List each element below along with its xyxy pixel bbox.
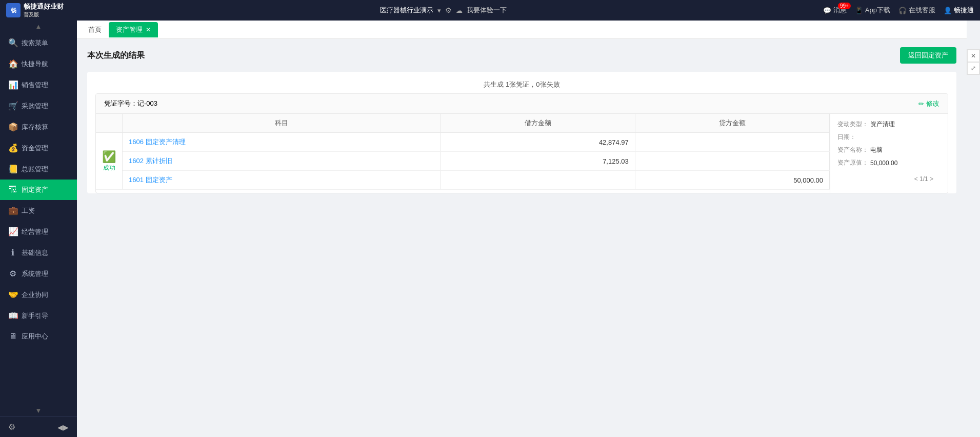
result-panel: 共生成 1张凭证，0张失败 凭证字号：记-003 ✏ 修改 (87, 72, 956, 193)
sidebar-item-search[interactable]: 🔍 搜索菜单 (0, 32, 77, 53)
pagination[interactable]: < 1/1 > (837, 171, 941, 187)
page-content: 本次生成的结果 返回固定资产 共生成 1张凭证，0张失败 凭证字号：记-003 … (77, 39, 967, 437)
subject-cell-3: 1601 固定资产 (123, 171, 441, 190)
home-icon: 🏠 (8, 59, 17, 69)
sidebar-scroll-up[interactable]: ▲ (0, 21, 77, 32)
return-button[interactable]: 返回固定资产 (900, 47, 956, 64)
subject-cell-2: 1602 累计折旧 (123, 152, 441, 171)
sidebar-item-basics[interactable]: ℹ 基础信息 (0, 242, 77, 263)
operations-icon: 📈 (8, 227, 17, 236)
user-icon: 👤 (944, 7, 952, 14)
sidebar-item-app-center[interactable]: 🖥 应用中心 (0, 326, 77, 347)
asset-name-label: 资产名称： (837, 146, 868, 154)
original-value-value: 50,000.00 (870, 160, 897, 167)
user-avatar[interactable]: 👤 畅捷通 (944, 6, 974, 15)
edit-button[interactable]: ✏ 修改 (918, 99, 939, 108)
search-icon: 🔍 (8, 38, 17, 48)
date-row: 日期： (837, 133, 941, 142)
date-label: 日期： (837, 133, 856, 142)
sidebar-item-salary[interactable]: 💼 工资 (0, 200, 77, 221)
app-download-btn[interactable]: 📱 App下载 (855, 6, 890, 15)
tab-home[interactable]: 首页 (81, 22, 109, 37)
app-logo-icon: 畅 (6, 3, 21, 17)
col-status-header (96, 114, 123, 133)
sidebar-item-fixed-assets[interactable]: 🏗 固定资产 (0, 180, 77, 200)
credit-cell-1 (635, 133, 829, 152)
col-subject-header: 科目 (123, 114, 441, 133)
sidebar-label-purchase: 采购管理 (22, 102, 48, 111)
company-name: 医疗器械行业演示 (380, 6, 433, 15)
original-value-label: 资产原值： (837, 158, 868, 167)
inventory-icon: 📦 (8, 122, 17, 132)
subject-cell-1: 1606 固定资产清理 (123, 133, 441, 152)
dropdown-arrow-icon[interactable]: ▾ (437, 7, 441, 14)
notification-badge: 99+ (838, 3, 851, 9)
sidebar-item-funds[interactable]: 💰 资金管理 (0, 137, 77, 158)
tabbar: 首页 资产管理 ✕ (77, 21, 967, 39)
right-panel-controls: ✕ ⤢ (967, 49, 980, 75)
sidebar-label-fixed-assets: 固定资产 (22, 185, 48, 194)
system-icon: ⚙ (8, 269, 17, 279)
sidebar-item-operations[interactable]: 📈 经营管理 (0, 221, 77, 242)
app-name-block: 畅捷通好业财 普及版 (24, 2, 64, 18)
page-header: 本次生成的结果 返回固定资产 (87, 47, 956, 64)
expand-panel-btn[interactable]: ⤢ (967, 62, 979, 74)
change-type-value: 资产清理 (870, 120, 895, 129)
edit-icon: ✏ (918, 100, 924, 108)
sales-icon: 📊 (8, 80, 17, 90)
sidebar-label-sales: 销售管理 (22, 81, 48, 90)
settings-gear-icon[interactable]: ⚙ (445, 6, 452, 14)
online-support-btn[interactable]: 🎧 在线客服 (898, 6, 935, 15)
sidebar-scroll-down[interactable]: ▼ (0, 405, 77, 416)
sidebar-item-system[interactable]: ⚙ 系统管理 (0, 263, 77, 284)
sidebar-item-purchase[interactable]: 🛒 采购管理 (0, 95, 77, 116)
credit-cell-3: 50,000.00 (635, 171, 829, 190)
tab-asset-mgmt-label: 资产管理 (116, 25, 143, 34)
table-row: 1602 累计折旧 7,125.03 (96, 152, 830, 171)
result-summary: 共生成 1张凭证，0张失败 (87, 72, 956, 93)
guide-icon: 📖 (8, 311, 17, 321)
original-value-row: 资产原值： 50,000.00 (837, 158, 941, 167)
app-logo: 畅 畅捷通好业财 普及版 (6, 2, 64, 18)
tab-asset-mgmt[interactable]: 资产管理 ✕ (109, 22, 158, 37)
topbar: 畅 畅捷通好业财 普及版 医疗器械行业演示 ▾ ⚙ ☁ 我要体验一下 💬 消息 … (0, 0, 980, 21)
sidebar-item-sales[interactable]: 📊 销售管理 (0, 74, 77, 95)
status-cell: ✅ 成功 (96, 133, 123, 190)
sidebar-label-system: 系统管理 (22, 269, 48, 279)
app-download-label: App下载 (865, 6, 890, 15)
online-support-label: 在线客服 (909, 6, 935, 15)
sidebar-item-guide[interactable]: 📖 新手引导 (0, 305, 77, 326)
sidebar: ▲ 🔍 搜索菜单 🏠 快捷导航 📊 销售管理 🛒 采购管理 📦 库存核算 (0, 21, 77, 437)
sidebar-label-collab: 企业协同 (22, 290, 48, 300)
change-type-label: 变动类型： (837, 120, 868, 129)
topbar-left: 畅 畅捷通好业财 普及版 (6, 2, 64, 18)
experience-btn[interactable]: 我要体验一下 (467, 6, 507, 15)
footer-collapse-icon[interactable]: ◀▶ (57, 423, 69, 431)
sidebar-item-inventory[interactable]: 📦 库存核算 (0, 116, 77, 137)
sidebar-item-collab[interactable]: 🤝 企业协同 (0, 284, 77, 305)
success-check-icon: ✅ (102, 150, 116, 164)
tab-close-icon[interactable]: ✕ (146, 26, 151, 33)
sidebar-label-app-center: 应用中心 (22, 332, 48, 341)
sidebar-item-ledger[interactable]: 📒 总账管理 (0, 158, 77, 180)
voucher-header: 凭证字号：记-003 ✏ 修改 (96, 94, 948, 114)
change-type-row: 变动类型： 资产清理 (837, 120, 941, 129)
sidebar-label-guide: 新手引导 (22, 311, 48, 321)
col-debit-header: 借方金额 (441, 114, 635, 133)
notifications-btn[interactable]: 💬 消息 99+ (823, 6, 847, 15)
debit-cell-3 (441, 171, 635, 190)
phone-icon: 📱 (855, 7, 863, 14)
close-panel-btn[interactable]: ✕ (967, 50, 979, 62)
footer-settings-icon[interactable]: ⚙ (8, 422, 15, 432)
sidebar-label-quicknav: 快捷导航 (22, 59, 48, 69)
voucher-block: 凭证字号：记-003 ✏ 修改 (95, 93, 948, 193)
col-credit-header: 贷方金额 (635, 114, 829, 133)
salary-icon: 💼 (8, 206, 17, 215)
table-main: 科目 借方金额 贷方金额 ✅ 成功 (96, 114, 830, 193)
sidebar-item-quicknav[interactable]: 🏠 快捷导航 (0, 53, 77, 74)
sidebar-label-ledger: 总账管理 (22, 165, 48, 174)
voucher-data-table: 科目 借方金额 贷方金额 ✅ 成功 (96, 114, 830, 190)
headset-icon: 🎧 (898, 7, 907, 14)
purchase-icon: 🛒 (8, 101, 17, 111)
status-label: 成功 (103, 164, 115, 171)
